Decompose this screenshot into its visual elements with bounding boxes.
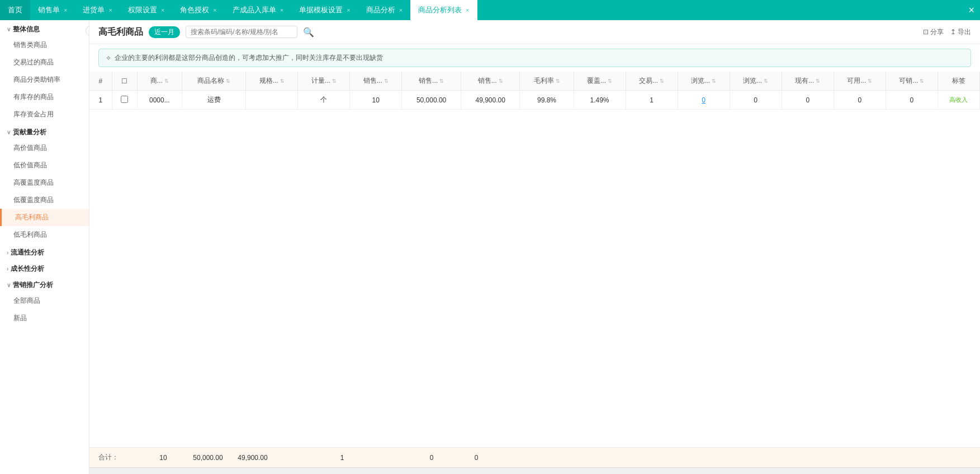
sidebar-item-0-1[interactable]: 交易过的商品 <box>0 54 89 71</box>
col-header-2[interactable]: 商...⇅ <box>137 72 182 91</box>
sidebar-group-header-4[interactable]: ∨营销推广分析 <box>0 276 89 292</box>
sort-icon-5: ⇅ <box>332 78 337 84</box>
nav-close-icon-3[interactable]: × <box>161 0 164 20</box>
sidebar-group-toggle-4: ∨ <box>7 282 11 288</box>
window-close-button[interactable]: × <box>968 4 980 16</box>
main-layout: « ∨整体信息销售类商品交易过的商品商品分类助销率有库存的商品库存资金占用∨贡献… <box>0 20 980 474</box>
nav-close-icon-8[interactable]: × <box>466 0 469 20</box>
search-input[interactable] <box>186 26 297 38</box>
nav-item-2[interactable]: 进货单× <box>75 0 120 20</box>
nav-close-icon-5[interactable]: × <box>280 0 283 20</box>
info-icon: ✧ <box>106 54 111 62</box>
nav-item-3[interactable]: 权限设置× <box>120 0 172 20</box>
sidebar-item-0-2[interactable]: 商品分类助销率 <box>0 71 89 88</box>
sort-icon-12: ⇅ <box>712 78 716 84</box>
footer-sales2: 50,000.00 <box>186 454 230 462</box>
search-button[interactable]: 🔍 <box>303 27 314 37</box>
sidebar-group-header-2[interactable]: ›流通性分析 <box>0 243 89 260</box>
col-header-9[interactable]: 毛利率⇅ <box>520 72 574 91</box>
footer-sales3: 49,900.00 <box>230 454 275 462</box>
table-footer: 合计： 10 50,000.00 49,900.00 1 0 0 <box>89 447 980 467</box>
nav-close-icon-7[interactable]: × <box>399 0 403 20</box>
col-header-7[interactable]: 销售...⇅ <box>402 72 461 91</box>
col-header-3[interactable]: 商品名称⇅ <box>182 72 246 91</box>
sidebar-item-1-3[interactable]: 低覆盖度商品 <box>0 191 89 209</box>
content-area: 高毛利商品 近一月 🔍 ⊡ 分享 ↥ 导出 ✧ 企业的主要的利润都是这部分商品创… <box>89 20 980 474</box>
sort-icon-3: ⇅ <box>226 78 230 84</box>
col-header-13[interactable]: 浏览...⇅ <box>730 72 782 91</box>
col-header-8[interactable]: 销售...⇅ <box>461 72 520 91</box>
sort-icon-2: ⇅ <box>164 78 169 84</box>
info-banner: ✧ 企业的主要的利润都是这部分商品创造的，可考虑加大推广，同时关注库存是不要出现… <box>98 49 971 67</box>
sidebar-group-toggle-1: ∨ <box>7 129 11 135</box>
footer-sales1: 10 <box>141 454 186 462</box>
export-button[interactable]: ↥ 导出 <box>950 27 971 37</box>
sidebar-item-1-4[interactable]: 高毛利商品 <box>0 209 89 226</box>
cell-0-15: 0 <box>834 91 886 110</box>
sidebar-item-4-1[interactable]: 新品 <box>0 309 89 327</box>
col-header-5[interactable]: 计量...⇅ <box>298 72 350 91</box>
cell-0-16: 0 <box>886 91 938 110</box>
col-header-12[interactable]: 浏览...⇅ <box>678 72 730 91</box>
sidebar-item-4-0[interactable]: 全部商品 <box>0 292 89 309</box>
nav-item-4[interactable]: 角色授权× <box>172 0 224 20</box>
nav-item-8[interactable]: 商品分析列表× <box>410 0 477 20</box>
nav-item-0[interactable]: 首页 <box>0 0 30 20</box>
cell-0-12: 0 <box>678 91 730 110</box>
col-header-11[interactable]: 交易...⇅ <box>626 72 678 91</box>
nav-item-7[interactable]: 商品分析× <box>358 0 410 20</box>
col-header-4[interactable]: 规格...⇅ <box>246 72 298 91</box>
col-header-0: # <box>89 72 112 91</box>
time-filter-button[interactable]: 近一月 <box>149 26 180 38</box>
sidebar-item-0-4[interactable]: 库存资金占用 <box>0 106 89 123</box>
col-header-14[interactable]: 现有...⇅ <box>782 72 834 91</box>
nav-close-icon-1[interactable]: × <box>64 0 67 20</box>
share-icon: ⊡ <box>923 28 929 36</box>
col-header-15[interactable]: 可用...⇅ <box>834 72 886 91</box>
browse1-link-0[interactable]: 0 <box>702 96 706 104</box>
footer-label: 合计： <box>98 453 119 462</box>
sidebar-group-toggle-0: ∨ <box>7 26 11 32</box>
sidebar-item-1-5[interactable]: 低毛利商品 <box>0 226 89 243</box>
cell-0-4 <box>246 91 298 110</box>
row-checkbox-0[interactable] <box>121 96 128 103</box>
sidebar-item-0-0[interactable]: 销售类商品 <box>0 36 89 54</box>
col-header-10[interactable]: 覆盖...⇅ <box>574 72 626 91</box>
sidebar-group-header-0[interactable]: ∨整体信息 <box>0 20 89 36</box>
col-header-16[interactable]: 可销...⇅ <box>886 72 938 91</box>
cell-0-1 <box>112 91 137 110</box>
sidebar-item-1-1[interactable]: 低价值商品 <box>0 157 89 174</box>
sort-icon-6: ⇅ <box>384 78 389 84</box>
cell-0-5: 个 <box>298 91 350 110</box>
tag-badge-0: 高收入 <box>949 96 968 103</box>
col-header-1: ☐ <box>112 72 137 91</box>
page-title: 高毛利商品 <box>98 26 143 38</box>
sort-icon-16: ⇅ <box>920 78 924 84</box>
sidebar-group-toggle-2: › <box>7 250 8 256</box>
sidebar-item-0-3[interactable]: 有库存的商品 <box>0 88 89 106</box>
sidebar-item-1-0[interactable]: 高价值商品 <box>0 139 89 157</box>
sidebar-group-header-1[interactable]: ∨贡献量分析 <box>0 123 89 139</box>
nav-close-icon-6[interactable]: × <box>347 0 350 20</box>
table-row[interactable]: 10000...运费个1050,000.0049,900.0099.8%1.49… <box>89 91 980 110</box>
nav-close-icon-2[interactable]: × <box>108 0 112 20</box>
share-button[interactable]: ⊡ 分享 <box>923 27 944 37</box>
col-header-6[interactable]: 销售...⇅ <box>350 72 402 91</box>
top-navigation: 首页销售单×进货单×权限设置×角色授权×产成品入库单×单据模板设置×商品分析×商… <box>0 0 980 20</box>
cell-0-6: 10 <box>350 91 402 110</box>
nav-item-6[interactable]: 单据模板设置× <box>291 0 358 20</box>
nav-item-1[interactable]: 销售单× <box>30 0 75 20</box>
nav-close-icon-4[interactable]: × <box>213 0 216 20</box>
col-header-17: 标签 <box>938 72 979 91</box>
sort-icon-7: ⇅ <box>439 78 444 84</box>
sidebar-group-header-3[interactable]: ›成长性分析 <box>0 260 89 276</box>
footer-available: 0 <box>454 454 499 462</box>
horizontal-scrollbar[interactable] <box>89 467 980 474</box>
sidebar-item-1-2[interactable]: 高覆盖度商品 <box>0 174 89 191</box>
sort-icon-10: ⇅ <box>608 78 612 84</box>
sidebar-group-toggle-3: › <box>7 266 8 272</box>
nav-item-5[interactable]: 产成品入库单× <box>225 0 291 20</box>
sort-icon-13: ⇅ <box>764 78 768 84</box>
data-table: #☐商...⇅商品名称⇅规格...⇅计量...⇅销售...⇅销售...⇅销售..… <box>89 72 980 110</box>
cell-0-17: 高收入 <box>938 91 979 110</box>
